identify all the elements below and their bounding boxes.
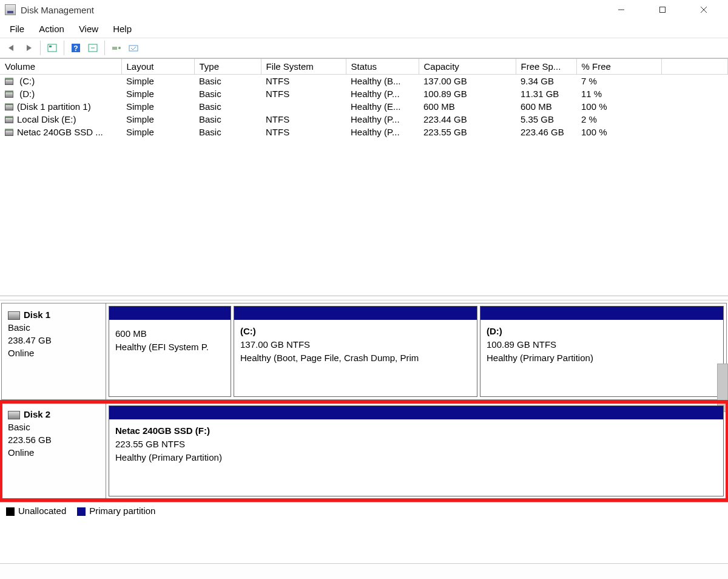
- close-button[interactable]: [692, 1, 716, 18]
- table-row[interactable]: Local Disk (E:)SimpleBasicNTFSHealthy (P…: [0, 113, 728, 126]
- partition-status: Healthy (EFI System P.: [115, 340, 224, 354]
- titlebar: Disk Management: [0, 0, 728, 19]
- column-header[interactable]: Layout: [121, 59, 194, 75]
- svg-point-10: [118, 47, 121, 49]
- svg-rect-5: [49, 46, 52, 47]
- menu-action[interactable]: Action: [32, 21, 72, 36]
- disk-name: Disk 2: [24, 409, 50, 419]
- svg-rect-4: [48, 44, 56, 52]
- legend-primary: Primary partition: [77, 506, 155, 516]
- legend-unallocated: Unallocated: [6, 506, 66, 516]
- column-header[interactable]: File System: [261, 59, 346, 75]
- disk-capacity: 223.56 GB: [8, 433, 99, 446]
- disk-graphical-pane[interactable]: Disk 1Basic238.47 GBOnline600 MBHealthy …: [0, 300, 728, 502]
- partition-status: Healthy (Boot, Page File, Crash Dump, Pr…: [240, 351, 471, 365]
- partition[interactable]: Netac 240GB SSD (F:)223.55 GB NTFSHealth…: [109, 405, 724, 496]
- help-button[interactable]: ?: [68, 40, 84, 56]
- volume-icon: [5, 130, 13, 136]
- partition-size: 223.55 GB NTFS: [115, 438, 717, 451]
- menubar: File Action View Help: [0, 19, 728, 38]
- svg-rect-11: [129, 46, 138, 51]
- connect-button[interactable]: [109, 40, 124, 56]
- column-header[interactable]: Free Sp...: [516, 59, 576, 75]
- partition-status: Healthy (Primary Partition): [487, 351, 717, 365]
- partition[interactable]: (C:)137.00 GB NTFSHealthy (Boot, Page Fi…: [234, 306, 477, 397]
- partition-stripe: [234, 306, 477, 320]
- column-header[interactable]: Status: [346, 59, 419, 75]
- maximize-button[interactable]: [650, 1, 675, 18]
- partition-size: 600 MB: [115, 327, 224, 340]
- column-header[interactable]: [661, 59, 728, 75]
- column-header[interactable]: Capacity: [419, 59, 516, 75]
- legend-swatch-blue: [77, 507, 86, 516]
- partition-size: 137.00 GB NTFS: [240, 338, 471, 351]
- statusbar: [0, 563, 728, 579]
- window-controls: [609, 1, 723, 18]
- show-hide-tree-button[interactable]: [44, 40, 60, 56]
- volume-icon: [5, 92, 13, 98]
- volume-icon: [5, 79, 13, 85]
- partition-title: (D:): [487, 325, 717, 338]
- toolbar-separator: [64, 41, 64, 55]
- table-row[interactable]: (C:)SimpleBasicNTFSHealthy (B...137.00 G…: [0, 75, 728, 88]
- minimize-button[interactable]: [609, 1, 633, 18]
- partition-size: 100.89 GB NTFS: [487, 338, 717, 351]
- partition-status: Healthy (Primary Partition): [115, 451, 717, 464]
- menu-file[interactable]: File: [2, 21, 32, 36]
- table-row[interactable]: Netac 240GB SSD ...SimpleBasicNTFSHealth…: [0, 126, 728, 138]
- partition-stripe: [109, 306, 231, 320]
- partitions: Netac 240GB SSD (F:)223.55 GB NTFSHealth…: [106, 403, 726, 499]
- forward-button[interactable]: [21, 40, 36, 56]
- disk-info[interactable]: Disk 2Basic223.56 GBOnline: [2, 403, 106, 499]
- svg-rect-1: [660, 7, 666, 13]
- volume-table[interactable]: VolumeLayoutTypeFile SystemStatusCapacit…: [0, 59, 728, 138]
- window-title: Disk Management: [21, 5, 94, 15]
- column-header[interactable]: % Free: [576, 59, 661, 75]
- volume-icon: [5, 104, 13, 110]
- disk-row[interactable]: Disk 1Basic238.47 GBOnline600 MBHealthy …: [1, 303, 727, 400]
- partition-title: Netac 240GB SSD (F:): [115, 424, 717, 438]
- menu-view[interactable]: View: [72, 21, 106, 36]
- app-icon: [5, 4, 16, 15]
- graphical-pane-wrapper: Disk 1Basic238.47 GBOnline600 MBHealthy …: [0, 300, 728, 518]
- table-row[interactable]: (D:)SimpleBasicNTFSHealthy (P...100.89 G…: [0, 87, 728, 100]
- partitions: 600 MBHealthy (EFI System P.(C:)137.00 G…: [106, 303, 726, 399]
- svg-text:?: ?: [73, 44, 78, 53]
- refresh-button[interactable]: [85, 40, 101, 56]
- disk-info[interactable]: Disk 1Basic238.47 GBOnline: [2, 303, 106, 399]
- volume-list-pane[interactable]: VolumeLayoutTypeFile SystemStatusCapacit…: [0, 58, 728, 296]
- toolbar: ?: [0, 38, 728, 58]
- disk-icon: [8, 311, 20, 320]
- disk-status: Online: [8, 446, 99, 459]
- toolbar-separator: [40, 41, 41, 55]
- partition-title: (C:): [240, 325, 471, 338]
- legend: Unallocated Primary partition: [0, 502, 728, 519]
- disk-name: Disk 1: [24, 310, 50, 320]
- column-header[interactable]: Volume: [0, 59, 121, 75]
- legend-swatch-black: [6, 507, 15, 516]
- properties-button[interactable]: [126, 40, 141, 56]
- disk-capacity: 238.47 GB: [8, 334, 99, 347]
- svg-rect-9: [112, 47, 117, 50]
- disk-type: Basic: [8, 321, 99, 334]
- menu-help[interactable]: Help: [106, 21, 139, 36]
- back-button[interactable]: [4, 40, 19, 56]
- disk-type: Basic: [8, 421, 99, 433]
- toolbar-separator: [104, 41, 105, 55]
- table-row[interactable]: (Disk 1 partition 1)SimpleBasicHealthy (…: [0, 100, 728, 113]
- column-header[interactable]: Type: [194, 59, 261, 75]
- partition[interactable]: (D:)100.89 GB NTFSHealthy (Primary Parti…: [480, 306, 724, 397]
- partition-stripe: [480, 306, 723, 320]
- volume-icon: [5, 117, 13, 123]
- partition[interactable]: 600 MBHealthy (EFI System P.: [109, 306, 231, 397]
- partition-stripe: [109, 406, 723, 419]
- disk-status: Online: [8, 347, 99, 359]
- disk-row[interactable]: Disk 2Basic223.56 GBOnlineNetac 240GB SS…: [1, 402, 727, 499]
- disk-icon: [8, 411, 20, 419]
